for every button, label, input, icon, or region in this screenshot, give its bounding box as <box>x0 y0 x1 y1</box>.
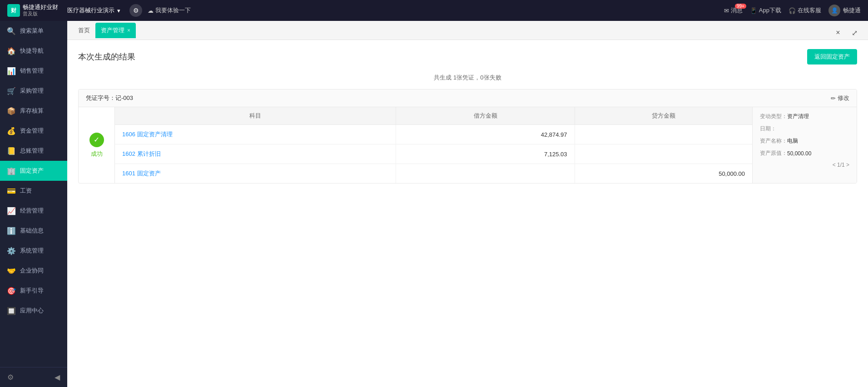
sidebar-item-finance[interactable]: 💰 资金管理 <box>0 121 67 141</box>
sidebar-item-basic-info[interactable]: ℹ️ 基础信息 <box>0 221 67 241</box>
quick-nav-icon: 🏠 <box>7 47 15 55</box>
col-debit: 借方金额 <box>396 107 575 125</box>
subject-cell: 1606 固定资产清理 <box>115 125 396 144</box>
asset-name-label: 资产名称： <box>760 137 787 145</box>
avatar: 👤 <box>828 5 840 16</box>
sidebar-bottom: ⚙ ◀ <box>0 367 67 387</box>
inventory-icon: 📦 <box>7 107 15 115</box>
salary-label: 工资 <box>20 187 32 195</box>
fixed-assets-label: 固定资产 <box>20 167 44 175</box>
voucher-table-wrapper: ✓ 成功 科目 借方金额 贷方金额 <box>79 107 752 183</box>
sidebar-item-ledger[interactable]: 📒 总账管理 <box>0 141 67 161</box>
sidebar-item-sales[interactable]: 📊 销售管理 <box>0 61 67 81</box>
edit-label: 修改 <box>838 94 849 102</box>
purchase-label: 采购管理 <box>20 87 44 95</box>
header-left: 财 畅捷通好业财 普及版 医疗器械行业演示 ▾ ⚙ ☁ 我要体验一下 <box>7 4 191 18</box>
fixed-assets-icon: 🏢 <box>7 167 15 175</box>
top-header: 财 畅捷通好业财 普及版 医疗器械行业演示 ▾ ⚙ ☁ 我要体验一下 ✉ 消息 … <box>0 0 868 21</box>
basic-info-icon: ℹ️ <box>7 227 15 235</box>
change-type-label: 变动类型： <box>760 113 787 120</box>
chevron-down-icon: ▾ <box>117 7 120 14</box>
subject-cell: 1602 累计折旧 <box>115 144 396 164</box>
sidebar-item-search[interactable]: 🔍 搜索菜单 <box>0 21 67 41</box>
online-service-label: 在线客服 <box>798 6 821 15</box>
experience-button[interactable]: ☁ 我要体验一下 <box>148 6 191 15</box>
success-text: 成功 <box>91 150 103 158</box>
tab-home[interactable]: 首页 <box>74 23 94 38</box>
sidebar-item-app-center[interactable]: 🔲 应用中心 <box>0 301 67 321</box>
brand-name: 畅捷通好业财 <box>23 4 58 11</box>
brand-logo: 财 畅捷通好业财 普及版 <box>7 4 58 18</box>
page-header: 本次生成的结果 返回固定资产 <box>78 49 857 64</box>
user-info[interactable]: 👤 畅捷通 <box>828 5 861 16</box>
home-tab-label: 首页 <box>78 26 90 35</box>
basic-info-label: 基础信息 <box>20 227 44 235</box>
salary-icon: 💳 <box>7 187 15 195</box>
brand-info: 畅捷通好业财 普及版 <box>23 4 58 18</box>
sidebar-item-guide[interactable]: 🎯 新手引导 <box>0 281 67 301</box>
result-summary: 共生成 1张凭证，0张失败 <box>78 74 857 82</box>
enterprise-icon: 🤝 <box>7 267 15 275</box>
back-to-fixed-assets-button[interactable]: 返回固定资产 <box>807 49 857 64</box>
sidebar-item-fixed-assets[interactable]: 🏢 固定资产 <box>0 161 67 181</box>
guide-icon: 🎯 <box>7 287 15 295</box>
app-download-button[interactable]: 📱 App下载 <box>750 6 781 15</box>
tab-close-icon[interactable]: × <box>127 27 130 34</box>
system-icon: ⚙️ <box>7 247 15 255</box>
app-center-icon: 🔲 <box>7 307 15 315</box>
credit-cell <box>575 144 752 164</box>
table-row: 1602 累计折旧 7,125.03 <box>115 144 752 164</box>
sales-icon: 📊 <box>7 67 15 75</box>
voucher-section: 凭证字号：记-003 ✏ 修改 ✓ 成功 <box>78 89 857 184</box>
company-name: 医疗器械行业演示 <box>67 6 114 15</box>
message-button[interactable]: ✉ 消息 99+ <box>724 6 743 15</box>
finance-icon: 💰 <box>7 127 15 135</box>
change-type-value: 资产清理 <box>787 113 809 120</box>
avatar-icon: 👤 <box>831 7 838 14</box>
pagination[interactable]: < 1/1 > <box>760 162 849 168</box>
settings-bottom-icon[interactable]: ⚙ <box>7 373 14 382</box>
download-icon: 📱 <box>750 7 757 14</box>
sidebar-nav: 🔍 搜索菜单 🏠 快捷导航 📊 销售管理 🛒 采购管理 📦 库存核算 💰 资金管… <box>0 21 67 321</box>
brand-edition: 普及版 <box>23 10 58 17</box>
settings-button[interactable]: ⚙ <box>129 4 142 17</box>
tab-asset-management[interactable]: 资产管理 × <box>95 23 136 38</box>
company-selector[interactable]: 医疗器械行业演示 ▾ <box>64 5 124 16</box>
subject-cell: 1601 固定资产 <box>115 164 396 184</box>
cloud-icon: ☁ <box>148 7 154 14</box>
app-center-label: 应用中心 <box>20 307 44 315</box>
sidebar-item-enterprise[interactable]: 🤝 企业协同 <box>0 261 67 281</box>
sidebar: 🔍 搜索菜单 🏠 快捷导航 📊 销售管理 🛒 采购管理 📦 库存核算 💰 资金管… <box>0 21 67 387</box>
voucher-table: 科目 借方金额 贷方金额 1606 固定资产清理 42,874.97 1602 … <box>115 107 752 183</box>
side-info-panel: 变动类型： 资产清理 日期： 资产名称： 电脑 资产原值： <box>752 107 857 183</box>
sidebar-item-quick-nav[interactable]: 🏠 快捷导航 <box>0 41 67 61</box>
sidebar-item-inventory[interactable]: 📦 库存核算 <box>0 101 67 121</box>
credit-cell: 50,000.00 <box>575 164 752 184</box>
sidebar-item-purchase[interactable]: 🛒 采购管理 <box>0 81 67 101</box>
edit-icon: ✏ <box>831 95 836 102</box>
sidebar-item-operations[interactable]: 📈 经营管理 <box>0 201 67 221</box>
success-icon: ✓ <box>89 133 104 147</box>
sidebar-item-system[interactable]: ⚙️ 系统管理 <box>0 241 67 261</box>
success-column: ✓ 成功 <box>79 107 115 183</box>
search-icon: 🔍 <box>7 27 15 35</box>
edit-voucher-button[interactable]: ✏ 修改 <box>831 94 849 102</box>
table-row: 1601 固定资产 50,000.00 <box>115 164 752 184</box>
header-right: ✉ 消息 99+ 📱 App下载 🎧 在线客服 👤 畅捷通 <box>724 5 861 16</box>
asset-value-label: 资产原值： <box>760 149 787 157</box>
system-label: 系统管理 <box>20 247 44 255</box>
change-type-row: 变动类型： 资产清理 <box>760 113 849 120</box>
asset-value-row: 资产原值： 50,000.00 <box>760 149 849 157</box>
date-row: 日期： <box>760 125 849 133</box>
active-tab-label: 资产管理 <box>101 26 124 35</box>
debit-cell: 42,874.97 <box>396 125 575 144</box>
quick-nav-label: 快捷导航 <box>20 47 44 55</box>
guide-label: 新手引导 <box>20 287 44 295</box>
collapse-sidebar-button[interactable]: ◀ <box>55 373 60 382</box>
voucher-number: 凭证字号：记-003 <box>86 94 133 102</box>
page-title: 本次生成的结果 <box>78 51 135 62</box>
online-service-button[interactable]: 🎧 在线客服 <box>789 6 821 15</box>
result-summary-text: 共生成 1张凭证，0张失败 <box>434 74 501 81</box>
voucher-table-area: 科目 借方金额 贷方金额 1606 固定资产清理 42,874.97 1602 … <box>115 107 752 183</box>
sidebar-item-salary[interactable]: 💳 工资 <box>0 181 67 201</box>
